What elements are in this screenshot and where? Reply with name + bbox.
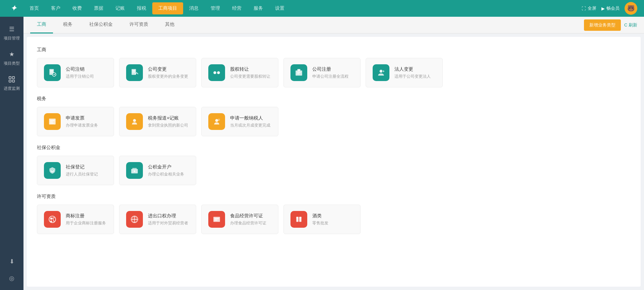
- liquor-text: 酒类 零售批发: [312, 213, 328, 226]
- svg-rect-0: [9, 77, 11, 79]
- nav-customer[interactable]: 客户: [45, 0, 66, 17]
- svg-rect-17: [298, 69, 301, 71]
- svg-rect-10: [132, 70, 136, 71]
- sidebar-label-progress: 进度监测: [4, 86, 20, 91]
- card-provident-fund[interactable]: $ 公积金开户 办理公积金相关业务: [119, 156, 196, 185]
- list-icon: ☰: [7, 24, 17, 34]
- nav-charge[interactable]: 收费: [66, 0, 88, 17]
- card-import-export[interactable]: 进出口权办理 适用于对外贸易经营者: [119, 205, 196, 234]
- social-insurance-icon: [44, 162, 61, 179]
- card-food-license[interactable]: 食品经营许可证 办理食品经营许可证: [201, 205, 278, 234]
- tab-license[interactable]: 许可资质: [123, 17, 155, 33]
- new-type-button[interactable]: 新增业务类型: [584, 19, 621, 31]
- food-license-text: 食品经营许可证 办理食品经营许可证: [230, 213, 266, 226]
- card-company-change[interactable]: 公司变更 股权变更外的业务变更: [119, 58, 196, 87]
- card-company-cancel[interactable]: 公司注销 适用于注销公司: [37, 58, 114, 87]
- card-company-register[interactable]: 公司注册 申请公司注册全流程: [283, 58, 361, 87]
- refresh-button[interactable]: C 刷新: [624, 22, 637, 28]
- svg-rect-1: [12, 77, 14, 79]
- tax-report-title: 税务报道+记账: [148, 115, 188, 121]
- apply-invoice-desc: 办理申请发票业务: [66, 123, 98, 128]
- svg-rect-6: [50, 72, 53, 72]
- tab-business[interactable]: 工商: [30, 17, 53, 33]
- section-title-social: 社保公积金: [37, 145, 631, 151]
- svg-point-20: [380, 70, 383, 73]
- liquor-desc: 零售批发: [312, 220, 328, 226]
- apply-invoice-text: 申请发票 办理申请发票业务: [66, 115, 98, 128]
- company-register-text: 公司注册 申请公司注册全流程: [312, 66, 348, 79]
- apply-invoice-icon: [44, 113, 61, 130]
- provident-fund-icon: $: [126, 162, 143, 179]
- fullscreen-button[interactable]: ⛶ 全屏: [582, 5, 596, 11]
- app-logo: ✦: [3, 4, 23, 13]
- content-scroll[interactable]: 工商 公司注销 适用于注销公司: [27, 37, 641, 287]
- svg-point-26: [215, 119, 218, 122]
- card-tax-report-accounting[interactable]: 税务报道+记账 拿到营业执照的新公司: [119, 107, 196, 136]
- sidebar-item-project-type[interactable]: ★ 项目类型: [0, 45, 23, 70]
- nav-business-project[interactable]: 工商项目: [152, 2, 183, 14]
- liquor-title: 酒类: [312, 213, 328, 219]
- svg-rect-19: [297, 73, 300, 74]
- provident-fund-text: 公积金开户 办理公积金相关业务: [148, 164, 184, 177]
- liquor-icon: [290, 211, 307, 228]
- license-cards-grid: 商标注册 用于企业商标注册服务 进出口权办理: [37, 205, 631, 234]
- food-license-icon: [208, 211, 225, 228]
- card-liquor[interactable]: 酒类 零售批发: [283, 205, 361, 234]
- equity-transfer-desc: 公司变更需要股权转让: [230, 74, 270, 79]
- nav-accounting[interactable]: 记账: [109, 0, 131, 17]
- sidebar-item-progress[interactable]: 进度监测: [0, 70, 23, 95]
- company-change-title: 公司变更: [148, 66, 188, 72]
- nav-manage[interactable]: 管理: [205, 0, 226, 17]
- equity-transfer-icon: ¥ ¥: [208, 64, 225, 81]
- svg-rect-45: [299, 217, 302, 218]
- tab-social-insurance[interactable]: 社保公积金: [83, 17, 119, 33]
- equity-transfer-text: 股权转让 公司变更需要股权转让: [230, 66, 270, 79]
- card-apply-invoice[interactable]: 申请发票 办理申请发票业务: [37, 107, 114, 136]
- tax-cards-grid: 申请发票 办理申请发票业务 税务报道+记账 拿到营业执照的新公司: [37, 107, 631, 136]
- user-avatar[interactable]: 🐻: [625, 2, 637, 15]
- legal-person-change-desc: 适用于公司变更法人: [394, 74, 431, 79]
- tax-report-text: 税务报道+记账 拿到营业执照的新公司: [148, 115, 188, 128]
- svg-text:+: +: [218, 119, 219, 121]
- svg-rect-23: [50, 122, 53, 122]
- circle-icon[interactable]: ◎: [5, 272, 18, 285]
- nav-operation[interactable]: 经营: [226, 0, 248, 17]
- download-icon[interactable]: ⬇: [5, 255, 18, 268]
- svg-rect-2: [9, 80, 11, 82]
- card-trademark[interactable]: 商标注册 用于企业商标注册服务: [37, 205, 114, 234]
- tab-other[interactable]: 其他: [158, 17, 181, 33]
- card-equity-transfer[interactable]: ¥ ¥ 股权转让 公司变更需要股权转让: [201, 58, 278, 87]
- tab-tax[interactable]: 税务: [56, 17, 79, 33]
- social-cards-grid: 社保登记 进行人员社保登记 $ 公积金开户: [37, 156, 631, 185]
- vip-button[interactable]: ▶ 畅会员: [601, 5, 620, 11]
- trademark-desc: 用于企业商标注册服务: [66, 220, 106, 226]
- vip-label: 畅会员: [606, 5, 620, 11]
- tax-report-desc: 拿到营业执照的新公司: [148, 123, 188, 128]
- svg-rect-40: [215, 218, 219, 219]
- nav-settings[interactable]: 设置: [269, 0, 290, 17]
- food-license-desc: 办理食品经营许可证: [230, 220, 266, 226]
- nav-menu: 首页 客户 收费 票据 记账 报税 工商项目 消息 管理 经营 服务 设置: [23, 0, 582, 17]
- trademark-icon: [44, 211, 61, 228]
- nav-tax-report[interactable]: 报税: [131, 0, 152, 17]
- card-social-insurance[interactable]: 社保登记 进行人员社保登记: [37, 156, 114, 185]
- nav-home[interactable]: 首页: [23, 0, 45, 17]
- nav-service[interactable]: 服务: [248, 0, 269, 17]
- general-taxpayer-desc: 当月或次月成变更完成: [230, 123, 270, 128]
- sidebar-label-project-manage: 项目管理: [4, 35, 20, 41]
- fullscreen-label: 全屏: [588, 5, 596, 11]
- company-change-desc: 股权变更外的业务变更: [148, 74, 188, 79]
- company-register-title: 公司注册: [312, 66, 348, 72]
- svg-point-34: [50, 218, 53, 220]
- top-right-area: ⛶ 全屏 ▶ 畅会员 🐻: [582, 2, 637, 15]
- sidebar-item-project-manage[interactable]: ☰ 项目管理: [0, 20, 23, 45]
- nav-message[interactable]: 消息: [183, 0, 205, 17]
- apply-invoice-title: 申请发票: [66, 115, 98, 121]
- nav-ticket[interactable]: 票据: [88, 0, 109, 17]
- card-legal-person-change[interactable]: 法人变更 适用于公司变更法人: [366, 58, 443, 87]
- play-icon: ▶: [601, 6, 605, 11]
- import-export-text: 进出口权办理 适用于对外贸易经营者: [148, 213, 188, 226]
- trademark-text: 商标注册 用于企业商标注册服务: [66, 213, 106, 226]
- svg-rect-30: [132, 168, 137, 169]
- card-general-taxpayer[interactable]: + 申请一般纳税人 当月或次月成变更完成: [201, 107, 278, 136]
